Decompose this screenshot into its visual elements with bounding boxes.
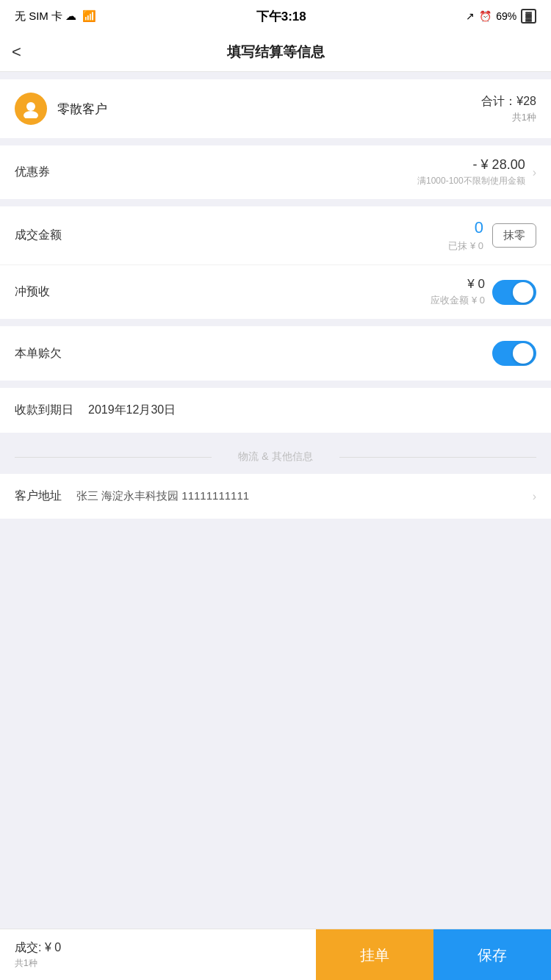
- debt-toggle-knob: [513, 343, 533, 364]
- alarm-icon: ⏰: [479, 10, 491, 22]
- transaction-value-group: 0 已抹 ¥ 0: [448, 218, 483, 253]
- address-value: 张三 海淀永丰科技园 11111111111: [76, 489, 533, 503]
- customer-row[interactable]: 零散客户 合计：¥28 共1种: [0, 79, 551, 138]
- battery-text: 69%: [496, 10, 516, 22]
- prepaid-label: 冲预收: [15, 284, 50, 300]
- divider-line-left: [15, 457, 212, 458]
- bottom-summary: 成交: ¥ 0 共1种: [0, 929, 316, 980]
- logistics-label: 物流 & 其他信息: [238, 450, 312, 464]
- transaction-value[interactable]: 0: [448, 218, 483, 237]
- coupon-row[interactable]: 优惠券 - ¥ 28.00 满1000-100不限制使用金额 ›: [0, 145, 551, 199]
- divider-line-right: [339, 457, 536, 458]
- customer-card: 零散客户 合计：¥28 共1种: [0, 79, 551, 138]
- prepaid-toggle[interactable]: [492, 280, 536, 305]
- transaction-section: 成交金额 0 已抹 ¥ 0 抹零 冲预收 ¥ 0 应收金额 ¥ 0: [0, 206, 551, 319]
- coupon-amount: - ¥ 28.00: [417, 157, 525, 173]
- status-time: 下午3:18: [256, 8, 306, 25]
- round-button[interactable]: 抹零: [492, 223, 536, 248]
- coupon-value: - ¥ 28.00 满1000-100不限制使用金额: [417, 157, 525, 187]
- customer-left: 零散客户: [15, 93, 107, 125]
- bottom-bar: 成交: ¥ 0 共1种 挂单 保存: [0, 929, 551, 980]
- address-chevron-icon: ›: [533, 490, 536, 503]
- due-date-section: 收款到期日 2019年12月30日: [0, 388, 551, 433]
- debt-section: 本单赊欠: [0, 326, 551, 381]
- coupon-label: 优惠券: [15, 165, 50, 180]
- address-label: 客户地址: [15, 489, 62, 504]
- prepaid-amount: ¥ 0: [431, 277, 485, 292]
- due-date-label: 收款到期日: [15, 403, 73, 418]
- coupon-desc: 满1000-100不限制使用金额: [417, 175, 525, 187]
- coupon-card: 优惠券 - ¥ 28.00 满1000-100不限制使用金额 ›: [0, 145, 551, 199]
- toggle-knob: [513, 282, 533, 303]
- due-date-value: 2019年12月30日: [88, 403, 176, 418]
- status-left: 无 SIM 卡 ☁ 📶: [15, 10, 96, 24]
- transaction-sub: 已抹 ¥ 0: [448, 239, 483, 253]
- svg-point-1: [24, 111, 38, 118]
- back-button[interactable]: <: [12, 43, 21, 62]
- no-sim-text: 无 SIM 卡 ☁: [15, 10, 76, 24]
- address-section[interactable]: 客户地址 张三 海淀永丰科技园 11111111111 ›: [0, 474, 551, 519]
- hang-button[interactable]: 挂单: [316, 929, 433, 980]
- transaction-row: 成交金额 0 已抹 ¥ 0 抹零: [0, 206, 551, 264]
- due-date-row[interactable]: 收款到期日 2019年12月30日: [15, 403, 536, 418]
- prepaid-right: ¥ 0 应收金额 ¥ 0: [431, 277, 536, 307]
- transaction-label: 成交金额: [15, 228, 62, 243]
- logistics-divider: 物流 & 其他信息: [0, 440, 551, 474]
- total-count: 共1种: [481, 111, 536, 124]
- nav-bar: < 填写结算等信息: [0, 32, 551, 72]
- battery-icon: ▓: [521, 9, 536, 24]
- status-right: ↗ ⏰ 69% ▓: [466, 9, 536, 24]
- prepaid-row: 冲预收 ¥ 0 应收金额 ¥ 0: [0, 264, 551, 319]
- save-button[interactable]: 保存: [433, 929, 551, 980]
- coupon-right: - ¥ 28.00 满1000-100不限制使用金额 ›: [417, 157, 536, 187]
- prepaid-value-group: ¥ 0 应收金额 ¥ 0: [431, 277, 485, 307]
- prepaid-sub: 应收金额 ¥ 0: [431, 294, 485, 307]
- debt-label: 本单赊欠: [15, 346, 62, 361]
- total-amount: 合计：¥28: [481, 94, 536, 109]
- chevron-right-icon: ›: [533, 166, 536, 179]
- bottom-summary-sub: 共1种: [15, 957, 301, 970]
- wifi-icon: 📶: [82, 10, 96, 23]
- status-bar: 无 SIM 卡 ☁ 📶 下午3:18 ↗ ⏰ 69% ▓: [0, 0, 551, 32]
- customer-summary: 合计：¥28 共1种: [481, 94, 536, 124]
- location-icon: ↗: [466, 10, 475, 22]
- debt-toggle[interactable]: [492, 341, 536, 366]
- customer-name: 零散客户: [57, 101, 107, 118]
- avatar: [15, 93, 47, 125]
- svg-point-0: [26, 102, 35, 111]
- bottom-summary-main: 成交: ¥ 0: [15, 940, 301, 956]
- page-title: 填写结算等信息: [227, 43, 325, 62]
- transaction-right: 0 已抹 ¥ 0 抹零: [448, 218, 536, 253]
